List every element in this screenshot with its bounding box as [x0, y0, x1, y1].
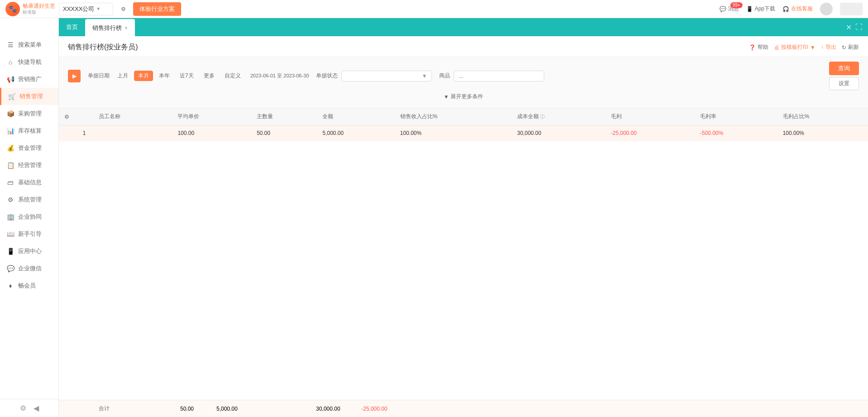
sidebar-label-sales: 销售管理 [19, 92, 43, 101]
refresh-button[interactable]: ↻ 刷新 [842, 43, 859, 51]
app-logo: 🐾 [5, 2, 20, 16]
app-name: 畅康通好生意 标准版 [23, 3, 55, 14]
date-btn-this-year[interactable]: 本年 [155, 71, 174, 81]
sidebar-item-inventory[interactable]: 📊 库存核算 [0, 122, 58, 139]
table-area: ⚙ 员工名称 平均单价 主数量 全额 销售收入占比% 成本全额 ⓘ 毛利 毛利率 [59, 108, 868, 400]
wechat-icon: 💬 [6, 265, 14, 272]
top-bar: 🐾 畅康通好生意 标准版 XXXXX公司 ▼ ⚙ 体验行业方案 💬 消息 99+… [0, 0, 868, 18]
message-icon: 💬 [719, 6, 726, 12]
sidebar-item-guide[interactable]: 📖 新手引导 [0, 225, 58, 243]
headset-icon: 🎧 [782, 6, 789, 12]
row-name [93, 125, 172, 141]
sidebar-item-quick-nav[interactable]: ⌂ 快捷导航 [0, 53, 58, 71]
sidebar-label-basic-info: 基础信息 [18, 178, 42, 187]
date-btn-last-7[interactable]: 近7天 [176, 71, 198, 81]
help-button[interactable]: ❓ 帮助 [749, 43, 768, 51]
tab-maximize-icon[interactable]: ⛶ [855, 23, 863, 31]
footer-amount: 5,000.00 [216, 406, 262, 412]
megaphone-icon: 📢 [6, 76, 14, 83]
col-header-amount: 全额 [317, 108, 394, 125]
top-settings-button[interactable]: ⚙ [117, 3, 129, 15]
tab-home[interactable]: 首页 [59, 18, 85, 36]
col-header-profit: 毛利 [605, 108, 695, 125]
col-header-cost: 成本全额 ⓘ [512, 108, 605, 125]
export-label: 导出 [825, 43, 836, 51]
help-label: 帮助 [758, 43, 768, 51]
row-amount: 5,000.00 [317, 125, 394, 141]
sidebar-item-wechat[interactable]: 💬 企业微信 [0, 260, 58, 277]
gear-icon: ⚙ [6, 196, 14, 203]
sidebar-item-finance[interactable]: 💰 资金管理 [0, 139, 58, 157]
filter-expand-row: ▼ 展开更多条件 [68, 90, 859, 103]
tab-sales-rank[interactable]: 销售排行榜 × [85, 19, 135, 37]
user-name-placeholder [840, 3, 863, 15]
company-selector[interactable]: XXXXX公司 ▼ [59, 3, 113, 15]
filter-status-item: 单据状态 ▼ [316, 71, 432, 81]
sidebar-item-app-center[interactable]: 📱 应用中心 [0, 243, 58, 260]
trial-button[interactable]: 体验行业方案 [133, 2, 181, 16]
print-label: 按模板打印 [781, 43, 808, 51]
settings-button[interactable]: 设置 [829, 77, 859, 90]
sidebar-item-member[interactable]: ♦ 畅会员 [0, 277, 58, 294]
row-cost: 30,000.00 [512, 125, 605, 141]
col-header-sales-pct: 销售收入占比% [395, 108, 512, 125]
export-button[interactable]: ↑ 导出 [821, 43, 836, 51]
sidebar-item-purchase[interactable]: 📦 采购管理 [0, 105, 58, 122]
settings-bottom-icon[interactable]: ⚙ [20, 404, 26, 412]
filter-toggle-button[interactable]: ▶ [68, 70, 81, 82]
tab-bar: 首页 销售排行榜 × ✕ ⛶ [59, 18, 868, 36]
goods-input[interactable]: ... [454, 71, 544, 81]
main-area: ☰ 搜索菜单 ⌂ 快捷导航 📢 营销推广 🛒 销售管理 📦 采购管理 📊 库 [0, 18, 868, 417]
filter-row-main: ▶ 单据日期 上月 本月 本年 近7天 更多 自定义 [68, 62, 859, 90]
message-button[interactable]: 💬 消息 99+ [719, 5, 739, 13]
data-table: ⚙ 员工名称 平均单价 主数量 全额 销售收入占比% 成本全额 ⓘ 毛利 毛利率 [59, 108, 868, 141]
date-btn-this-month[interactable]: 本月 [134, 71, 153, 81]
chevron-down-icon: ▼ [96, 6, 101, 11]
row-gear [59, 125, 75, 141]
col-header-name: 员工名称 [93, 108, 172, 125]
sidebar-item-sales[interactable]: 🛒 销售管理 [0, 88, 58, 105]
online-service-button[interactable]: 🎧 在线客服 [782, 5, 813, 13]
row-profit: -25,000.00 [605, 125, 695, 141]
message-badge: 99+ [730, 2, 743, 8]
table-footer: 合计 50.00 5,000.00 30,000.00 -25,000.00 [59, 400, 868, 417]
filter-goods-item: 商品 ... [439, 71, 544, 81]
footer-cost: 30,000.00 [316, 406, 361, 412]
cost-info-icon: ⓘ [540, 114, 545, 119]
mobile-icon: 📱 [746, 6, 753, 12]
user-avatar[interactable] [820, 3, 833, 15]
print-button[interactable]: 🖨 按模板打印 ▼ [774, 43, 815, 51]
collapse-icon[interactable]: ◀ [34, 404, 39, 412]
top-bar-right: 💬 消息 99+ 📱 App下载 🎧 在线客服 [719, 3, 863, 15]
tab-close-icon[interactable]: × [125, 25, 128, 31]
print-icon: 🖨 [774, 44, 779, 51]
sidebar-item-system[interactable]: ⚙ 系统管理 [0, 191, 58, 208]
date-btn-last-month[interactable]: 上月 [113, 71, 132, 81]
status-select[interactable]: ▼ [341, 71, 432, 81]
sidebar-item-basic-info[interactable]: 🗃 基础信息 [0, 174, 58, 191]
row-profit-rate: -500.00% [695, 125, 777, 141]
sidebar-item-operations[interactable]: 📋 经营管理 [0, 157, 58, 174]
page-header: 销售排行榜(按业务员) ❓ 帮助 🖨 按模板打印 ▼ ↑ [59, 36, 868, 57]
expand-conditions-button[interactable]: ▼ 展开更多条件 [444, 93, 484, 101]
expand-icon: ▼ [444, 94, 449, 100]
app-download-button[interactable]: 📱 App下载 [746, 5, 775, 13]
sidebar-label-system: 系统管理 [18, 196, 42, 204]
sidebar-item-search-order[interactable]: ☰ 搜索菜单 [0, 36, 58, 53]
sidebar-item-enterprise[interactable]: 🏢 企业协同 [0, 208, 58, 225]
date-filter-label: 单据日期 [88, 72, 110, 80]
sidebar-item-marketing[interactable]: 📢 营销推广 [0, 71, 58, 88]
query-settings-buttons: 查询 设置 [829, 62, 859, 90]
date-btn-custom[interactable]: 自定义 [221, 71, 245, 81]
query-button[interactable]: 查询 [829, 62, 859, 75]
tab-close-window-icon[interactable]: ✕ [846, 23, 852, 32]
app-download-label: App下载 [755, 5, 775, 13]
date-btn-more[interactable]: 更多 [200, 71, 219, 81]
sidebar-label-member: 畅会员 [18, 282, 36, 290]
col-header-gear[interactable]: ⚙ [59, 108, 75, 125]
refresh-icon: ↻ [842, 44, 846, 51]
table-row: 1 100.00 50.00 5,000.00 100.00% 30,000.0… [59, 125, 868, 141]
book-icon: 📖 [6, 230, 14, 238]
top-bar-left: 🐾 畅康通好生意 标准版 XXXXX公司 ▼ ⚙ 体验行业方案 [5, 2, 719, 16]
page-title: 销售排行榜(按业务员) [68, 43, 138, 52]
